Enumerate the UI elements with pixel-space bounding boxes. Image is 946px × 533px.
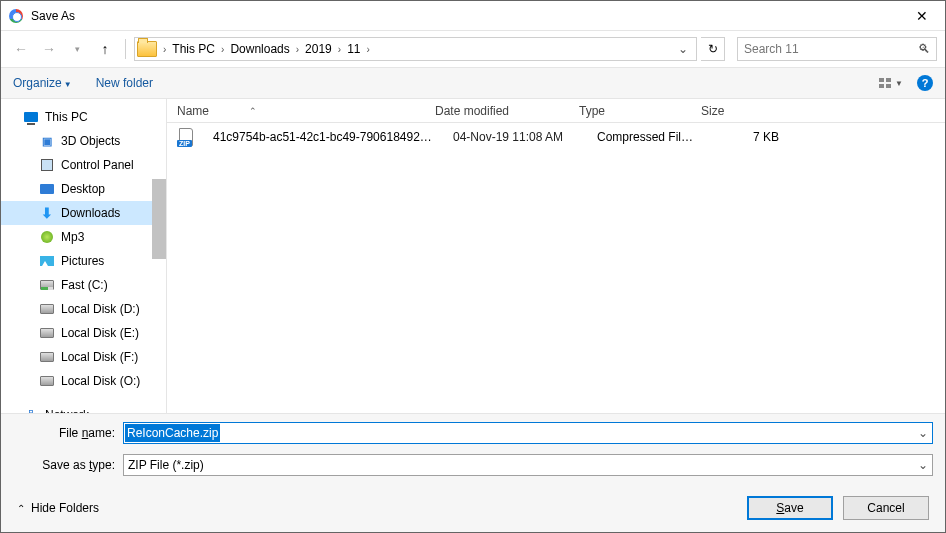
col-type[interactable]: Type <box>569 99 691 122</box>
filename-label: File name: <box>13 426 123 440</box>
forward-button: → <box>37 37 61 61</box>
tree-network[interactable]: 🖧︎Network <box>1 403 166 413</box>
recent-dropdown[interactable]: ▾ <box>65 37 89 61</box>
disk-icon <box>40 280 54 290</box>
download-icon: ⬇ <box>39 206 55 220</box>
pictures-icon <box>40 256 54 266</box>
address-dropdown[interactable]: ⌄ <box>672 42 694 56</box>
col-name[interactable]: Name <box>167 99 425 122</box>
search-icon: 🔍︎ <box>918 42 930 56</box>
nav-tree[interactable]: This PC ▣3D Objects Control Panel Deskto… <box>1 99 167 413</box>
nav-row: ← → ▾ ↑ › This PC › Downloads › 2019 › 1… <box>1 31 945 67</box>
disk-icon <box>40 352 54 362</box>
tree-disk-d[interactable]: Local Disk (D:) <box>1 297 166 321</box>
tree-control-panel[interactable]: Control Panel <box>1 153 166 177</box>
new-folder-button[interactable]: New folder <box>96 76 153 90</box>
hide-folders-toggle[interactable]: ⌃Hide Folders <box>17 501 99 515</box>
savetype-value: ZIP File (*.zip) <box>124 458 208 472</box>
main-area: This PC ▣3D Objects Control Panel Deskto… <box>1 99 945 413</box>
pc-icon <box>24 112 38 122</box>
back-button[interactable]: ← <box>9 37 33 61</box>
chevron-right-icon[interactable]: › <box>367 44 370 55</box>
tree-downloads[interactable]: ⬇Downloads <box>1 201 166 225</box>
disk-icon <box>40 304 54 314</box>
save-as-dialog: Save As ✕ ← → ▾ ↑ › This PC › Downloads … <box>0 0 946 533</box>
file-row[interactable]: ZIP 41c9754b-ac51-42c1-bc49-790618492dc3… <box>167 123 945 151</box>
close-button[interactable]: ✕ <box>899 1 945 31</box>
file-rows[interactable]: ZIP 41c9754b-ac51-42c1-bc49-790618492dc3… <box>167 123 945 413</box>
grid-icon <box>879 78 891 88</box>
tree-disk-o[interactable]: Local Disk (O:) <box>1 369 166 393</box>
address-bar[interactable]: › This PC › Downloads › 2019 › 11 › ⌄ <box>134 37 697 61</box>
column-headers: Name Date modified Type Size <box>167 99 945 123</box>
network-icon: 🖧︎ <box>23 408 39 413</box>
tree-pictures[interactable]: Pictures <box>1 249 166 273</box>
file-name: 41c9754b-ac51-42c1-bc49-790618492dc3... <box>203 130 443 144</box>
mp3-icon <box>41 231 53 243</box>
search-placeholder: Search 11 <box>744 42 918 56</box>
tree-disk-e[interactable]: Local Disk (E:) <box>1 321 166 345</box>
search-input[interactable]: Search 11 🔍︎ <box>737 37 937 61</box>
tree-this-pc[interactable]: This PC <box>1 105 166 129</box>
breadcrumb-item[interactable]: Downloads <box>224 38 295 60</box>
help-button[interactable]: ? <box>917 75 933 91</box>
desktop-icon <box>40 184 54 194</box>
bottom-form: File name: ReIconCache.zip ⌄ Save as typ… <box>1 413 945 532</box>
breadcrumb-item[interactable]: 11 <box>341 38 366 60</box>
toolbar: Organize▼ New folder ▼ ? <box>1 67 945 99</box>
savetype-label: Save as type: <box>13 458 123 472</box>
3d-icon: ▣ <box>39 134 55 148</box>
organize-menu[interactable]: Organize▼ <box>13 76 72 90</box>
disk-icon <box>40 376 54 386</box>
filename-value: ReIconCache.zip <box>125 424 220 442</box>
breadcrumb-item[interactable]: 2019 <box>299 38 338 60</box>
window-title: Save As <box>31 9 75 23</box>
zip-file-icon: ZIP <box>177 128 195 146</box>
tree-3d-objects[interactable]: ▣3D Objects <box>1 129 166 153</box>
chrome-icon <box>9 9 23 23</box>
disk-icon <box>40 328 54 338</box>
filename-input[interactable]: ReIconCache.zip ⌄ <box>123 422 933 444</box>
view-options[interactable]: ▼ <box>879 78 903 88</box>
breadcrumb-item[interactable]: This PC <box>166 38 221 60</box>
file-size: 7 KB <box>709 130 809 144</box>
up-button[interactable]: ↑ <box>93 37 117 61</box>
titlebar: Save As ✕ <box>1 1 945 31</box>
save-button[interactable]: Save <box>747 496 833 520</box>
filename-dropdown[interactable]: ⌄ <box>914 426 932 440</box>
savetype-select[interactable]: ZIP File (*.zip) ⌄ <box>123 454 933 476</box>
tree-mp3[interactable]: Mp3 <box>1 225 166 249</box>
file-list: Name Date modified Type Size ZIP 41c9754… <box>167 99 945 413</box>
tree-scrollbar[interactable] <box>152 179 166 259</box>
tree-disk-c[interactable]: Fast (C:) <box>1 273 166 297</box>
col-size[interactable]: Size <box>691 99 791 122</box>
file-type: Compressed File (... <box>587 130 709 144</box>
refresh-button[interactable]: ↻ <box>701 37 725 61</box>
folder-icon <box>137 41 157 57</box>
col-date[interactable]: Date modified <box>425 99 569 122</box>
savetype-dropdown[interactable]: ⌄ <box>914 458 932 472</box>
tree-disk-f[interactable]: Local Disk (F:) <box>1 345 166 369</box>
chevron-up-icon: ⌃ <box>17 503 25 514</box>
tree-desktop[interactable]: Desktop <box>1 177 166 201</box>
control-panel-icon <box>41 159 53 171</box>
cancel-button[interactable]: Cancel <box>843 496 929 520</box>
file-date: 04-Nov-19 11:08 AM <box>443 130 587 144</box>
